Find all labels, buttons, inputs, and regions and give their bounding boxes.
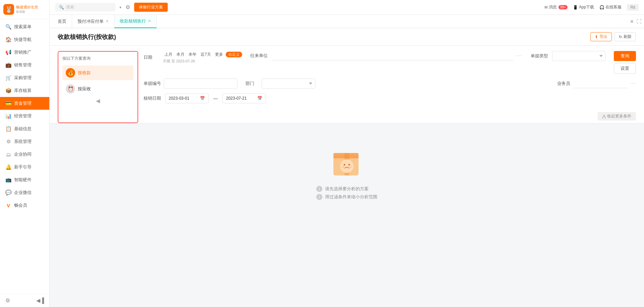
message-item[interactable]: ✉ 消息 99+ <box>544 4 568 10</box>
sidebar-item-management[interactable]: 📊 经营管理 <box>0 110 49 122</box>
empty-hints: 1 请先选择要分析的方案 2 用过滤条件来缩小分析范围 <box>316 186 377 200</box>
sidebar-item-label: 智能硬件 <box>14 177 32 183</box>
sidebar-item-finance[interactable]: 💳 资金管理 <box>0 97 49 110</box>
chevron-left-icon: ◀ <box>96 98 100 104</box>
logo-icon: 🐰 <box>3 4 14 15</box>
sidebar-item-system[interactable]: ⚙ 系统管理 <box>0 135 49 148</box>
date-btn-custom[interactable]: 自定义 <box>226 52 242 57</box>
sidebar-item-collab[interactable]: 🗂 企业协同 <box>0 148 49 161</box>
sidebar-item-purchase[interactable]: 🛒 采购管理 <box>0 71 49 84</box>
filter-option-by-collection[interactable]: 💰 按收款 <box>62 65 133 80</box>
sidebar-item-hardware[interactable]: 📺 智能硬件 <box>0 173 49 186</box>
filter-row-1: 日期 上月 本月 本年 近7天 更多 自定义 不限 至 <box>144 51 636 74</box>
page-header-actions: ⬆ 导出 ↻ 刷新 <box>590 32 636 41</box>
collection-icon: 💰 <box>66 68 75 78</box>
collapse-more-button[interactable]: ⋀ 收起更多条件 <box>598 112 636 120</box>
date-btn-this-month[interactable]: 本月 <box>175 51 186 58</box>
tab-close-all-icon[interactable]: ✕ <box>630 19 634 24</box>
app-download-item[interactable]: 📱 App下载 <box>573 4 594 10</box>
industry-solution-button[interactable]: 体验行业方案 <box>134 3 168 12</box>
department-field: 部门 <box>246 79 549 89</box>
filter-area: 按以下方案查询 💰 按收款 ⏰ 按应收 ◀ <box>50 46 644 123</box>
filter-option-by-receivable[interactable]: ⏰ 按应收 <box>62 82 133 96</box>
hint-num-1: 1 <box>316 186 322 192</box>
department-select[interactable] <box>262 79 315 89</box>
sidebar-menu: 🔍 搜索菜单 🏠 快捷导航 📢 营销推广 💼 销售管理 🛒 采购管理 📦 库存核… <box>0 19 49 294</box>
sidebar-item-search[interactable]: 🔍 搜索菜单 <box>0 20 49 33</box>
export-button[interactable]: ⬆ 导出 <box>590 32 612 41</box>
salesperson-more-icon[interactable]: ··· <box>630 81 636 87</box>
hint-text-1: 请先选择要分析的方案 <box>325 186 369 192</box>
setting-button[interactable]: 设置 <box>614 63 636 74</box>
app-download-label: App下载 <box>579 4 594 10</box>
purchase-icon: 🛒 <box>5 75 11 81</box>
sidebar-item-marketing[interactable]: 📢 营销推广 <box>0 46 49 59</box>
collapse-sidebar-icon[interactable]: ◀▐ <box>36 297 44 304</box>
verify-date-end[interactable]: 2023-07-21 📅 <box>222 93 266 103</box>
tab-collection-close-icon[interactable]: ✕ <box>148 19 151 23</box>
user-profile[interactable]: Rit <box>627 4 639 11</box>
salesperson-label: 业务员 <box>557 81 571 87</box>
counterparty-input-area[interactable] <box>272 51 514 60</box>
counterparty-more-icon[interactable]: ··· <box>516 53 523 59</box>
online-service-item[interactable]: 🎧 在线客服 <box>599 4 622 10</box>
salesperson-input-area[interactable] <box>573 79 627 88</box>
inventory-icon: 📦 <box>5 88 11 94</box>
tab-collection[interactable]: 收款核销执行 ✕ <box>114 15 157 28</box>
verify-date-label: 核销日期 <box>144 95 162 101</box>
tab-home[interactable]: 首页 <box>52 15 72 28</box>
sidebar-item-sales[interactable]: 💼 销售管理 <box>0 59 49 71</box>
tab-expand-icon[interactable]: ⛶ <box>637 19 641 24</box>
date-btn-last-month[interactable]: 上月 <box>163 51 174 58</box>
sidebar-item-label: 资金管理 <box>14 100 32 106</box>
sidebar-item-label: 快捷导航 <box>14 37 32 43</box>
filter-body: 按以下方案查询 💰 按收款 ⏰ 按应收 ◀ <box>50 46 644 123</box>
topbar: 🔍 搜索 ▾ ⚙ 体验行业方案 ✉ 消息 99+ 📱 App下载 🎧 在线客服 … <box>50 0 644 15</box>
date-options-group: 上月 本月 本年 近7天 更多 自定义 不限 至 2023-07-26 <box>163 51 242 64</box>
topbar-dropdown-arrow[interactable]: ▾ <box>119 5 121 10</box>
svg-point-4 <box>344 164 345 166</box>
sidebar-item-label: 经营管理 <box>14 113 32 119</box>
search-placeholder: 搜索 <box>66 4 74 10</box>
svg-point-6 <box>342 166 344 168</box>
sidebar-item-quick[interactable]: 🏠 快捷导航 <box>0 33 49 46</box>
department-label: 部门 <box>246 81 259 87</box>
tab-collection-label: 收款核销执行 <box>120 18 146 24</box>
sidebar-item-label: 营销推广 <box>14 49 32 55</box>
doc-type-label: 单据类型 <box>531 53 549 59</box>
sidebar-item-inventory[interactable]: 📦 库存核算 <box>0 84 49 97</box>
sidebar-item-label: 库存核算 <box>14 88 32 94</box>
receivable-icon: ⏰ <box>66 84 75 94</box>
sidebar-item-label: 企业微信 <box>14 190 32 196</box>
refresh-button[interactable]: ↻ 刷新 <box>614 32 636 41</box>
date-btn-this-year[interactable]: 本年 <box>187 51 198 58</box>
service-icon: 🎧 <box>599 5 604 10</box>
sidebar-item-basic-info[interactable]: 📋 基础信息 <box>0 122 49 135</box>
tab-prepay[interactable]: 预付冲应付单 ✕ <box>72 15 114 28</box>
doc-type-field: 单据类型 <box>531 51 606 61</box>
sidebar-item-member[interactable]: V 畅会员 <box>0 199 49 212</box>
doc-type-select[interactable] <box>552 51 606 61</box>
tab-prepay-close-icon[interactable]: ✕ <box>106 19 109 23</box>
scheme-collapse-button[interactable]: ◀ <box>62 98 133 104</box>
refresh-icon: ↻ <box>619 35 622 39</box>
topbar-gear-icon[interactable]: ⚙ <box>125 4 130 10</box>
date-btn-7days[interactable]: 近7天 <box>199 51 212 58</box>
tabbar: 首页 预付冲应付单 ✕ 收款核销执行 ✕ ✕ ⛶ <box>50 15 644 28</box>
home-icon: 🏠 <box>5 37 11 43</box>
date-btn-more[interactable]: 更多 <box>214 51 224 58</box>
export-icon: ⬆ <box>595 35 598 39</box>
marketing-icon: 📢 <box>5 49 11 55</box>
query-button[interactable]: 查询 <box>614 51 636 61</box>
hint-num-2: 2 <box>316 194 322 200</box>
empty-illustration <box>328 144 365 181</box>
sidebar-item-wechat[interactable]: 💬 企业微信 <box>0 186 49 199</box>
settings-footer-icon[interactable]: ⚙ <box>5 297 10 304</box>
sidebar-item-guide[interactable]: 🔔 新手引导 <box>0 161 49 173</box>
verify-date-start[interactable]: 2023-03-01 📅 <box>165 93 209 103</box>
empty-hint-2: 2 用过滤条件来缩小分析范围 <box>316 194 377 200</box>
doc-number-input[interactable] <box>164 79 237 89</box>
sales-icon: 💼 <box>5 62 11 68</box>
date-label: 日期 <box>144 54 160 60</box>
topbar-search[interactable]: 🔍 搜索 <box>55 3 115 11</box>
